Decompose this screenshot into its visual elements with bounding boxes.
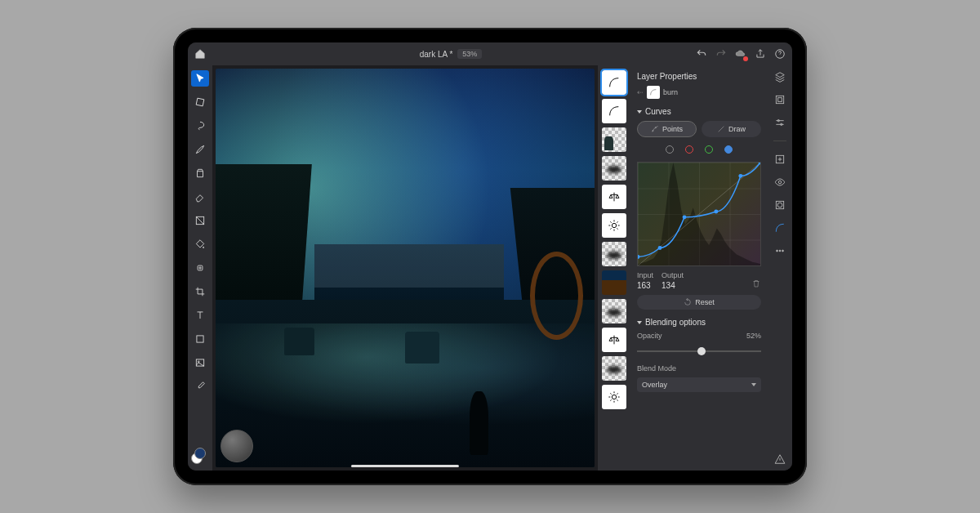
- fill-tool[interactable]: [191, 236, 209, 252]
- ipad-frame: dark LA * 53%: [173, 28, 807, 485]
- layer-thumb[interactable]: [602, 356, 626, 381]
- layer-thumb[interactable]: [602, 127, 626, 152]
- app-body: Layer Properties ⇠ burn Curves Points Dr…: [188, 65, 792, 471]
- visibility-icon[interactable]: [773, 176, 786, 189]
- blend-mode-dropdown[interactable]: Overlay: [637, 377, 761, 392]
- layer-thumb[interactable]: [602, 242, 626, 266]
- redo-icon[interactable]: [715, 48, 727, 60]
- eyedropper-tool[interactable]: [191, 378, 209, 395]
- svg-point-6: [198, 361, 199, 363]
- transform-tool[interactable]: [191, 94, 209, 110]
- layer-name-row: ⇠ burn: [637, 86, 761, 99]
- share-icon[interactable]: [755, 48, 766, 60]
- eraser-tool[interactable]: [191, 189, 209, 205]
- undo-icon[interactable]: [696, 48, 707, 60]
- draw-button[interactable]: Draw: [702, 121, 761, 137]
- layer-thumb[interactable]: [602, 70, 626, 95]
- adjustments-icon[interactable]: [773, 116, 786, 129]
- app-screen: dark LA * 53%: [188, 42, 792, 471]
- layer-thumb[interactable]: [602, 385, 626, 409]
- layer-thumb[interactable]: [602, 328, 626, 352]
- svg-rect-1: [196, 98, 204, 106]
- output-label: Output: [662, 271, 684, 279]
- layer-thumb[interactable]: [602, 156, 626, 181]
- blend-mode-label: Blend Mode: [637, 364, 761, 372]
- channel-rgb[interactable]: [666, 145, 674, 154]
- input-label: Input: [637, 271, 653, 279]
- top-bar: dark LA * 53%: [188, 42, 792, 65]
- layer-thumb[interactable]: [602, 185, 626, 209]
- place-image-tool[interactable]: [191, 355, 209, 371]
- warning-icon[interactable]: [773, 453, 786, 466]
- panel-title: Layer Properties: [637, 72, 761, 81]
- svg-rect-19: [778, 98, 782, 102]
- svg-point-7: [612, 223, 616, 227]
- channel-blue[interactable]: [724, 145, 733, 154]
- curves-icon[interactable]: [773, 221, 786, 234]
- svg-point-25: [777, 203, 782, 207]
- chevron-down-icon: [751, 383, 756, 386]
- layer-name[interactable]: burn: [663, 88, 678, 96]
- svg-point-13: [658, 246, 662, 250]
- io-row: Input 163 Output 134: [637, 271, 761, 290]
- svg-point-28: [782, 250, 784, 252]
- color-swatch[interactable]: [191, 448, 209, 466]
- curves-graph[interactable]: [637, 162, 761, 266]
- svg-rect-18: [776, 96, 783, 103]
- channel-red[interactable]: [685, 145, 693, 154]
- gradient-tool[interactable]: [191, 212, 209, 229]
- svg-rect-4: [197, 336, 203, 342]
- layer-thumb[interactable]: [602, 213, 626, 238]
- curves-section-header[interactable]: Curves: [637, 107, 761, 116]
- opacity-value: 52%: [746, 332, 761, 340]
- document-title: dark LA *: [420, 50, 453, 59]
- right-rail: [768, 65, 792, 471]
- output-value[interactable]: 134: [662, 281, 684, 290]
- shape-tool[interactable]: [191, 331, 209, 347]
- type-tool[interactable]: [191, 307, 209, 323]
- home-icon[interactable]: [194, 48, 206, 60]
- home-indicator[interactable]: [351, 465, 459, 467]
- mask-icon[interactable]: [773, 199, 786, 212]
- reset-button[interactable]: Reset: [637, 295, 761, 310]
- properties-panel: Layer Properties ⇠ burn Curves Points Dr…: [630, 65, 768, 471]
- svg-point-16: [738, 174, 742, 178]
- opacity-label: Opacity: [637, 332, 662, 340]
- opacity-slider[interactable]: [637, 346, 761, 356]
- move-tool[interactable]: [191, 70, 209, 87]
- svg-point-27: [779, 250, 781, 252]
- brush-tool[interactable]: [191, 141, 209, 158]
- layers-panel-icon[interactable]: [773, 70, 786, 83]
- svg-point-14: [683, 215, 687, 219]
- layer-thumb[interactable]: [602, 270, 626, 295]
- layers-strip: [598, 65, 630, 471]
- layer-thumb-mini[interactable]: [647, 86, 660, 99]
- add-layer-icon[interactable]: [773, 153, 786, 166]
- link-icon[interactable]: ⇠: [637, 88, 644, 96]
- canvas-image: [216, 69, 595, 467]
- svg-point-15: [714, 209, 718, 213]
- blending-section-header[interactable]: Blending options: [637, 318, 761, 327]
- crop-tool[interactable]: [191, 283, 209, 300]
- more-icon[interactable]: [773, 244, 786, 257]
- delete-point-icon[interactable]: [751, 279, 761, 290]
- foreground-color: [194, 448, 206, 459]
- svg-point-23: [778, 181, 782, 184]
- points-button[interactable]: Points: [637, 121, 697, 137]
- layer-thumb[interactable]: [602, 99, 626, 123]
- svg-point-10: [655, 127, 656, 128]
- zoom-level[interactable]: 53%: [457, 49, 482, 59]
- clone-tool[interactable]: [191, 165, 209, 181]
- layer-props-icon[interactable]: [773, 93, 786, 106]
- channel-green[interactable]: [705, 145, 713, 154]
- svg-point-8: [612, 395, 616, 399]
- touch-shortcut[interactable]: [220, 430, 253, 462]
- healing-tool[interactable]: [191, 260, 209, 276]
- canvas-area[interactable]: [212, 65, 598, 471]
- cloud-sync-icon[interactable]: [735, 48, 746, 60]
- svg-point-26: [777, 250, 778, 252]
- layer-thumb[interactable]: [602, 299, 626, 323]
- lasso-tool[interactable]: [191, 118, 209, 134]
- input-value[interactable]: 163: [637, 281, 653, 290]
- help-icon[interactable]: [774, 48, 786, 60]
